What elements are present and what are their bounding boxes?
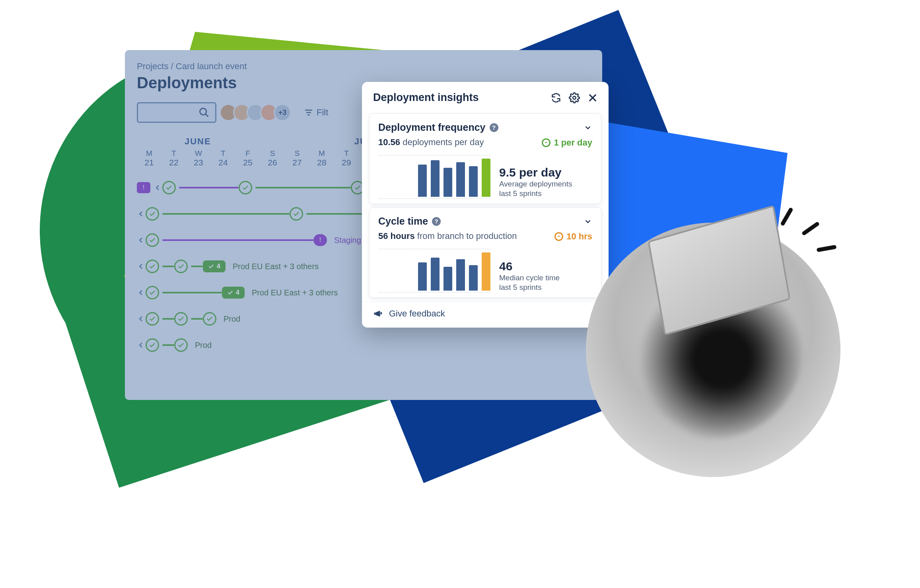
- card-title: Cycle time: [378, 215, 428, 227]
- close-icon[interactable]: [587, 92, 598, 103]
- delta-indicator: 1 per day: [542, 138, 592, 148]
- check-icon: [162, 181, 176, 194]
- summary-value: 9.5 per day: [499, 166, 592, 179]
- refresh-icon[interactable]: [550, 92, 562, 103]
- avatar-stack[interactable]: +3: [224, 104, 291, 121]
- search-icon: [198, 107, 210, 118]
- count-badge: 4: [222, 287, 245, 299]
- insight-card-cycle-time[interactable]: Cycle time ? 56 hours from branch to pro…: [369, 207, 601, 298]
- warning-icon: !: [137, 182, 150, 193]
- check-icon: [146, 260, 159, 273]
- svg-point-5: [573, 96, 576, 99]
- insights-title: Deployment insights: [373, 91, 479, 104]
- chevron-left-icon: [137, 236, 146, 245]
- row-label: Staging: [334, 236, 361, 245]
- check-icon: [239, 181, 252, 194]
- check-icon: [146, 312, 159, 326]
- breadcrumb-parent[interactable]: Projects: [137, 61, 168, 71]
- row-label: Prod: [195, 341, 212, 350]
- help-icon[interactable]: ?: [432, 217, 441, 226]
- month-label: JUNE: [185, 136, 211, 147]
- avatar-more[interactable]: +3: [274, 104, 291, 121]
- card-title: Deployment frequency: [378, 122, 486, 133]
- insights-popover: Deployment insights Deployment frequency…: [362, 82, 609, 328]
- chevron-left-icon: [154, 183, 162, 192]
- bar-chart: [378, 155, 490, 199]
- row-label: Prod: [224, 314, 240, 324]
- megaphone-icon: [373, 309, 383, 318]
- svg-line-1: [206, 114, 208, 117]
- check-icon: [146, 233, 159, 247]
- warning-icon: !: [313, 234, 327, 246]
- check-icon: [174, 312, 188, 326]
- breadcrumb-current[interactable]: Card launch event: [176, 61, 247, 71]
- chevron-down-icon[interactable]: [584, 217, 592, 226]
- timeline-row[interactable]: Prod: [137, 332, 590, 358]
- chevron-down-icon[interactable]: [584, 123, 592, 132]
- count-badge: 4: [203, 260, 226, 272]
- breadcrumb[interactable]: Projects / Card launch event: [137, 61, 590, 72]
- check-icon: [290, 207, 303, 221]
- insight-card-deployment-frequency[interactable]: Deployment frequency ? 10.56 deployments…: [369, 113, 601, 204]
- give-feedback-button[interactable]: Give feedback: [362, 302, 609, 322]
- check-icon: [203, 312, 216, 326]
- delta-indicator: 10 hrs: [554, 231, 592, 242]
- check-icon: [146, 207, 159, 221]
- check-icon: [174, 338, 188, 352]
- chevron-left-icon: [137, 210, 146, 218]
- filter-button[interactable]: Filt: [298, 102, 334, 123]
- check-icon: [174, 260, 188, 273]
- chevron-left-icon: [137, 314, 146, 323]
- search-input[interactable]: [137, 102, 216, 123]
- gear-icon[interactable]: [569, 92, 580, 103]
- summary-value: 46: [499, 260, 592, 273]
- check-icon: [146, 338, 159, 352]
- row-label: Prod EU East + 3 others: [252, 288, 338, 297]
- filter-icon: [304, 108, 313, 117]
- chevron-left-icon: [137, 288, 146, 297]
- svg-point-0: [200, 109, 206, 115]
- check-icon: [146, 286, 159, 299]
- bar-chart: [378, 249, 490, 293]
- chevron-left-icon: [137, 262, 146, 271]
- filter-label: Filt: [317, 107, 328, 118]
- row-label: Prod EU East + 3 others: [233, 262, 319, 271]
- help-icon[interactable]: ?: [490, 123, 498, 132]
- chevron-left-icon: [137, 341, 146, 349]
